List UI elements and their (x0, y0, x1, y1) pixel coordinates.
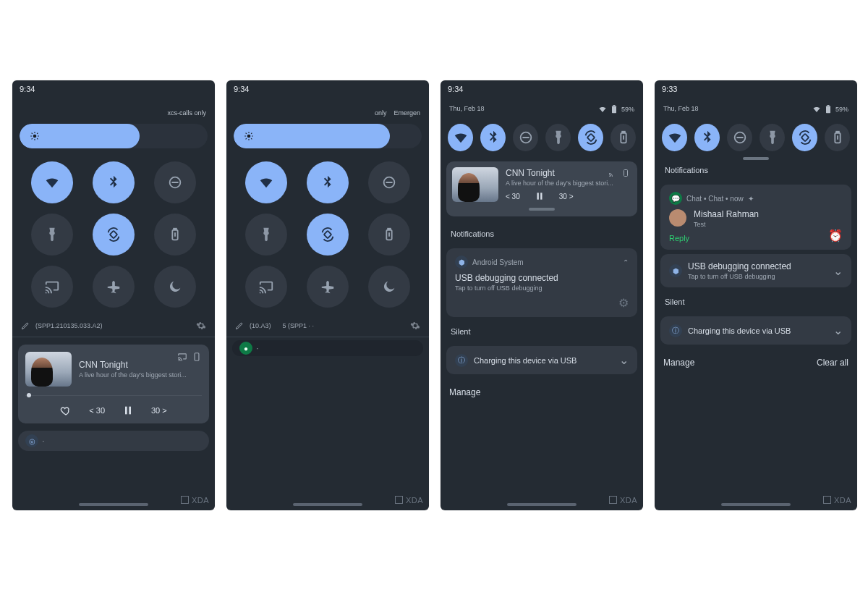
air-icon (106, 279, 122, 295)
date: Thu, Feb 18 (663, 105, 699, 114)
qs-tile-battery[interactable] (825, 124, 850, 151)
pause-button[interactable] (535, 191, 545, 201)
settings-mini-icon[interactable]: ⚙ (618, 297, 629, 309)
qs-tile-wifi[interactable] (245, 161, 287, 203)
qs-tile-battery[interactable] (154, 214, 196, 256)
qs-tile-bt[interactable] (93, 161, 135, 203)
qs-tile-dnd[interactable] (368, 161, 410, 203)
qs-tile-torch[interactable] (31, 214, 73, 256)
qs-tile-cast[interactable] (31, 266, 73, 308)
qs-tile-wifi[interactable] (31, 161, 73, 203)
chevron-down-icon[interactable]: ⌄ (833, 324, 843, 337)
chat-app-icon: 💬 (669, 192, 682, 205)
media-card[interactable]: CNN Tonight A live hour of the day's big… (446, 161, 637, 216)
qs-tile-rotate[interactable] (792, 124, 817, 151)
silent-text: Charging this device via USB (474, 356, 576, 365)
rewind-button[interactable]: < 30 (89, 406, 105, 415)
qs-tile-rotate[interactable] (307, 214, 349, 256)
silent-notification[interactable]: ⓘ Charging this device via USB ⌄ (446, 346, 637, 374)
svg-line-23 (251, 138, 252, 139)
chevron-down-icon[interactable]: ⌄ (833, 264, 843, 278)
qs-tile-battery[interactable] (610, 124, 636, 151)
qs-tile-wifi[interactable] (662, 124, 687, 151)
manage-button[interactable]: Manage (449, 387, 480, 397)
battery-icon (381, 227, 397, 242)
watermark: XDA (609, 495, 637, 505)
notification-pill[interactable]: ● · (232, 340, 423, 356)
qs-tile-rotate[interactable] (93, 214, 135, 256)
qs-tile-torch[interactable] (545, 124, 571, 151)
qs-tile-battery[interactable] (368, 214, 410, 256)
cast-icon[interactable] (177, 352, 187, 362)
reply-button[interactable]: Reply (669, 234, 689, 242)
dnd-icon (167, 174, 183, 190)
qs-tile-torch[interactable] (245, 214, 287, 256)
air-icon (320, 279, 336, 295)
silent-notification[interactable]: ⓘ Charging this device via USB ⌄ (660, 316, 851, 345)
media-seekbar[interactable] (25, 395, 202, 396)
qs-tile-air[interactable] (93, 266, 135, 308)
manage-button[interactable]: Manage (663, 358, 694, 368)
qs-tile-cast[interactable] (245, 266, 287, 308)
svg-rect-16 (129, 407, 131, 415)
qs-tile-rotate[interactable] (578, 124, 603, 151)
qs-tile-dnd[interactable] (727, 124, 752, 151)
rewind-button[interactable]: < 30 (506, 193, 520, 201)
bt-icon (699, 130, 715, 145)
media-card[interactable]: CNN Tonight A live hour of the day's big… (18, 345, 209, 423)
favorite-button[interactable] (60, 405, 72, 416)
info-icon: ⓘ (669, 324, 682, 337)
brightness-slider[interactable] (20, 124, 208, 148)
edit-icon[interactable] (21, 321, 30, 330)
canvas: 9:34 xcs-calls only (SPP1.210135.033.A2) (0, 0, 868, 595)
notification-pill[interactable]: ◎ · (18, 431, 209, 451)
qs-tile-dnd[interactable] (154, 161, 196, 203)
dnd-icon (518, 130, 534, 145)
forward-button[interactable]: 30 > (559, 193, 574, 201)
qs-tile-torch[interactable] (760, 124, 785, 151)
svg-line-5 (32, 133, 33, 134)
qs-tile-air[interactable] (307, 266, 349, 308)
qs-tile-night[interactable] (368, 266, 410, 308)
chevron-up-icon[interactable]: ⌃ (623, 258, 629, 266)
app-badge: ● (239, 342, 252, 355)
screen-4: 9:33 Thu, Feb 18 59% Notifications 💬 Cha… (655, 80, 857, 510)
battery-icon (825, 105, 831, 114)
chat-notification[interactable]: 💬 Chat • Chat • now ✦ Mishaal Rahman Tes… (660, 185, 851, 250)
svg-rect-15 (125, 407, 127, 415)
bt-icon (106, 174, 122, 190)
settings-icon[interactable] (410, 321, 420, 331)
brightness-slider[interactable] (234, 124, 422, 148)
status-bar: 9:34 (12, 80, 215, 96)
forward-button[interactable]: 30 > (151, 406, 167, 415)
usb-debugging-notification[interactable]: ⬢ Android System ⌃ USB debugging connect… (446, 248, 637, 317)
settings-icon[interactable] (196, 321, 206, 331)
cast-icon (44, 279, 60, 295)
qs-tile-bt[interactable] (307, 161, 349, 203)
clear-all-button[interactable]: Clear all (817, 358, 848, 368)
cast-icon[interactable] (608, 169, 617, 177)
network-state: xcs-calls only (12, 96, 215, 121)
qs-tile-wifi[interactable] (448, 124, 473, 151)
edit-icon[interactable] (235, 321, 244, 330)
usb-debugging-notification[interactable]: ⬢ USB debugging connected Tap to turn of… (660, 254, 851, 287)
notif-subtitle: Tap to turn off USB debugging (455, 284, 629, 292)
drag-handle[interactable] (529, 208, 555, 211)
pause-button[interactable] (122, 405, 134, 416)
chevron-down-icon[interactable]: ⌄ (619, 353, 629, 367)
rotate-icon (797, 130, 813, 145)
android-icon: ⬢ (455, 256, 468, 269)
qs-tile-bt[interactable] (480, 124, 506, 151)
rotate-icon (583, 130, 599, 145)
qs-tile-dnd[interactable] (513, 124, 538, 151)
app-badge: ◎ (25, 434, 38, 447)
svg-point-17 (247, 135, 251, 138)
star-icon: ✦ (748, 195, 754, 203)
output-icon[interactable] (621, 169, 630, 177)
qs-tile-night[interactable] (154, 266, 196, 308)
screen-3: 9:34 Thu, Feb 18 59% C (441, 80, 643, 510)
svg-line-22 (246, 133, 247, 134)
qs-tile-bt[interactable] (694, 124, 720, 151)
gesture-bar (79, 503, 148, 506)
output-icon[interactable] (192, 352, 202, 362)
